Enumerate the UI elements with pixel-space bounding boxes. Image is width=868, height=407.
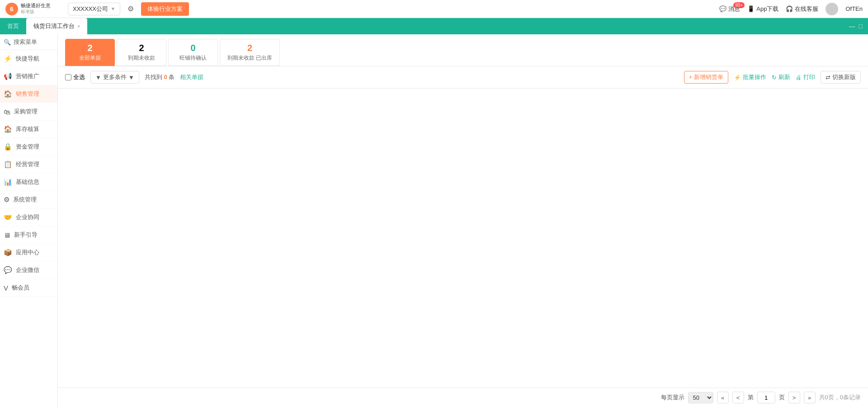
stat-tab-overdue[interactable]: 2 到期未收款 xyxy=(117,39,166,66)
sidebar-item-marketing[interactable]: 📢 营销推广 xyxy=(0,68,57,85)
guide-icon: 🖥 xyxy=(4,231,10,239)
tab-home[interactable]: 首页 xyxy=(0,18,26,34)
trial-button[interactable]: 体验行业方案 xyxy=(141,2,189,16)
related-records-link[interactable]: 相关单据 xyxy=(180,73,203,81)
service-icon: 🎧 xyxy=(786,5,793,12)
finance-label: 资金管理 xyxy=(16,143,39,151)
sidebar: 🔍 搜索菜单 ⚡ 快捷导航 📢 营销推广 🏠 销售管理 🛍 采购管理 🏠 库存核… xyxy=(0,34,58,407)
operations-label: 经营管理 xyxy=(16,160,39,168)
system-icon: ⚙ xyxy=(4,196,9,204)
online-service-button[interactable]: 🎧 在线客服 xyxy=(786,5,818,13)
avatar[interactable] xyxy=(826,3,838,15)
first-page-button[interactable]: « xyxy=(717,392,729,403)
refresh-button[interactable]: ↻ 刷新 xyxy=(772,73,790,81)
sidebar-item-guide[interactable]: 🖥 新手引导 xyxy=(0,226,57,244)
found-prefix: 共找到 xyxy=(145,74,162,80)
switch-version-button[interactable]: ⇄ 切换新版 xyxy=(821,71,861,84)
wechat-label: 企业微信 xyxy=(16,266,39,274)
table-area xyxy=(58,89,868,388)
sidebar-item-basic-info[interactable]: 📊 基础信息 xyxy=(0,173,57,191)
stat-tab-pending[interactable]: 0 旺铺待确认 xyxy=(168,39,218,66)
page-summary: 共0页，0条记录 xyxy=(819,393,861,402)
guide-label: 新手引导 xyxy=(14,231,38,239)
prev-page-button[interactable]: < xyxy=(732,392,744,403)
sidebar-item-quick-nav[interactable]: ⚡ 快捷导航 xyxy=(0,50,57,68)
cooperation-icon: 🤝 xyxy=(4,213,12,221)
app-center-label: 应用中心 xyxy=(16,248,39,257)
message-icon: 💬 xyxy=(719,5,726,12)
message-button[interactable]: 💬 消息 99+ xyxy=(719,5,740,13)
batch-action-button[interactable]: ⚡ 批量操作 xyxy=(734,73,766,81)
sidebar-item-purchase[interactable]: 🛍 采购管理 xyxy=(0,103,57,121)
stat-tab-unshipped[interactable]: 2 到期未收款 已出库 xyxy=(220,39,280,66)
app-logo-icon: 6 xyxy=(5,3,18,15)
add-sales-order-button[interactable]: + 新增销货单 xyxy=(684,71,728,84)
main-layout: 🔍 搜索菜单 ⚡ 快捷导航 📢 营销推广 🏠 销售管理 🛍 采购管理 🏠 库存核… xyxy=(0,34,868,407)
sidebar-item-finance[interactable]: 🔒 资金管理 xyxy=(0,138,57,156)
content-area: 2 全部单据 2 到期未收款 0 旺铺待确认 2 到期未收款 已出库 全选 xyxy=(58,34,868,407)
select-all-checkbox-label[interactable]: 全选 xyxy=(65,73,85,81)
quick-nav-label: 快捷导航 xyxy=(16,55,39,63)
page-size-select[interactable]: 50 10 20 100 xyxy=(688,392,713,403)
sales-label: 销售管理 xyxy=(16,90,39,98)
select-all-checkbox[interactable] xyxy=(65,74,71,80)
page-word: 第 xyxy=(748,393,754,402)
app-tag: 标准版 xyxy=(21,9,51,15)
search-icon: 🔍 xyxy=(4,39,11,46)
sidebar-search[interactable]: 🔍 搜索菜单 xyxy=(0,34,57,50)
found-count: 0 xyxy=(164,74,167,80)
sidebar-item-wechat[interactable]: 💬 企业微信 xyxy=(0,262,57,279)
username[interactable]: OfTEn xyxy=(845,5,863,12)
operations-icon: 📋 xyxy=(4,160,12,168)
sidebar-item-app-center[interactable]: 📦 应用中心 xyxy=(0,244,57,262)
last-page-button[interactable]: » xyxy=(804,392,816,403)
service-label: 在线客服 xyxy=(795,5,818,13)
next-page-icon: > xyxy=(793,394,796,401)
app-download-button[interactable]: 📱 App下载 xyxy=(747,5,778,13)
sidebar-item-operations[interactable]: 📋 经营管理 xyxy=(0,156,57,173)
filter-arrow-icon: ▼ xyxy=(128,74,134,81)
toolbar: 全选 ▼ 更多条件 ▼ 共找到 0 条 相关单据 + 新增销货单 ⚡ 批 xyxy=(58,66,868,89)
next-page-button[interactable]: > xyxy=(788,392,800,403)
nav-tabs: 首页 钱货日清工作台 × — □ xyxy=(0,18,868,34)
company-selector[interactable]: XXXXXX公司 ▼ xyxy=(68,3,120,15)
purchase-label: 采购管理 xyxy=(14,108,38,116)
sidebar-item-member[interactable]: V 畅会员 xyxy=(0,279,57,297)
sidebar-item-system[interactable]: ⚙ 系统管理 xyxy=(0,191,57,209)
page-number-input[interactable] xyxy=(757,392,775,403)
select-all-label: 全选 xyxy=(73,73,85,81)
marketing-icon: 📢 xyxy=(4,72,12,80)
basic-info-label: 基础信息 xyxy=(16,178,39,186)
tab-current[interactable]: 钱货日清工作台 × xyxy=(26,18,87,34)
stat-tab-all[interactable]: 2 全部单据 xyxy=(65,39,115,66)
nav-tabs-actions: — □ xyxy=(849,23,868,30)
sidebar-item-inventory[interactable]: 🏠 库存核算 xyxy=(0,121,57,138)
member-icon: V xyxy=(4,284,8,292)
top-bar-right: 💬 消息 99+ 📱 App下载 🎧 在线客服 OfTEn xyxy=(719,3,863,15)
tab-home-label: 首页 xyxy=(7,22,19,30)
marketing-label: 营销推广 xyxy=(16,72,39,80)
settings-button[interactable]: ⚙ xyxy=(124,2,137,16)
page-suffix: 页 xyxy=(779,393,785,402)
sidebar-item-cooperation[interactable]: 🤝 企业协同 xyxy=(0,209,57,226)
maximize-icon[interactable]: □ xyxy=(859,23,863,30)
member-label: 畅会员 xyxy=(12,284,29,292)
system-label: 系统管理 xyxy=(13,196,37,204)
purchase-icon: 🛍 xyxy=(4,108,10,116)
minimize-icon[interactable]: — xyxy=(849,23,855,30)
filter-icon: ▼ xyxy=(95,74,101,81)
sidebar-item-sales[interactable]: 🏠 销售管理 xyxy=(0,85,57,103)
refresh-label: 刷新 xyxy=(778,73,790,81)
finance-icon: 🔒 xyxy=(4,143,12,151)
refresh-icon: ↻ xyxy=(772,74,777,81)
top-bar: 6 畅捷通好生意 标准版 XXXXXX公司 ▼ ⚙ 体验行业方案 💬 消息 99… xyxy=(0,0,868,18)
stat-pending-label: 旺铺待确认 xyxy=(176,54,210,62)
quick-nav-icon: ⚡ xyxy=(4,55,12,63)
tab-close-icon[interactable]: × xyxy=(77,23,80,29)
filter-button[interactable]: ▼ 更多条件 ▼ xyxy=(90,71,139,84)
message-badge: 99+ xyxy=(733,2,745,8)
stat-overdue-label: 到期未收款 xyxy=(124,54,159,62)
last-page-icon: » xyxy=(808,394,811,401)
print-button[interactable]: 🖨 打印 xyxy=(796,73,815,81)
company-dropdown-icon: ▼ xyxy=(111,6,115,11)
